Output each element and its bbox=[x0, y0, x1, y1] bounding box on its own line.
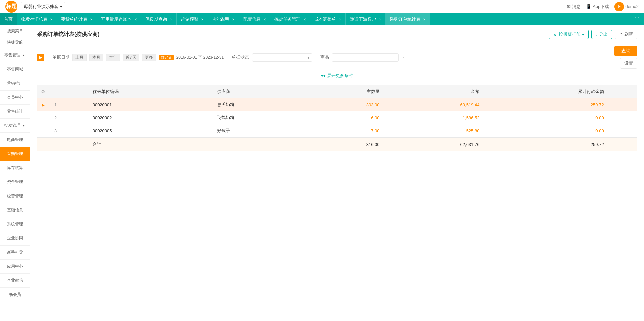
sidebar-label: 资金管理 bbox=[7, 179, 23, 184]
tab-label: 成本调整单 bbox=[314, 16, 336, 22]
close-icon[interactable]: ✕ bbox=[379, 18, 381, 21]
row-amount: 60,519.44 bbox=[384, 98, 484, 111]
tab-pick-task[interactable]: 拣货任务管理 ✕ bbox=[270, 13, 310, 25]
sidebar-item-finance[interactable]: 资金管理 bbox=[0, 175, 30, 189]
close-icon[interactable]: ✕ bbox=[201, 18, 204, 21]
tab-cost-adjust[interactable]: 成本调整单 ✕ bbox=[310, 13, 346, 25]
expand-more-button[interactable]: ▾▾ 展开更多条件 bbox=[321, 73, 353, 79]
close-icon[interactable]: ✕ bbox=[90, 18, 93, 21]
sidebar-item-inventory[interactable]: 库存核算 bbox=[0, 161, 30, 175]
sidebar-item-basic-info[interactable]: 基础信息 bbox=[0, 203, 30, 217]
tab-label: 邀请下游客户 bbox=[350, 16, 376, 22]
sidebar-item-new-guide[interactable]: 新手引导 bbox=[0, 246, 30, 260]
more-options-icon[interactable]: ··· bbox=[401, 55, 406, 60]
close-icon[interactable]: ✕ bbox=[423, 18, 426, 21]
nav-expand-icon[interactable]: ⛶ bbox=[633, 16, 641, 23]
export-button[interactable]: ↓ 导出 bbox=[591, 30, 612, 39]
expand-icon: ▾▾ bbox=[321, 73, 326, 78]
username-label: demo2 bbox=[625, 4, 639, 9]
date-btn-last-month[interactable]: 上月 bbox=[72, 54, 87, 61]
toggle-filter-button[interactable]: ▶ bbox=[37, 54, 44, 61]
tab-overstock-alert[interactable]: 超储预警 ✕ bbox=[177, 13, 208, 25]
sidebar-label: 营销推广 bbox=[7, 81, 23, 86]
sidebar-item-retail-stats[interactable]: 零售统计 bbox=[0, 105, 30, 119]
setting-button[interactable]: 设置 bbox=[620, 58, 637, 69]
date-btn-7days[interactable]: 近7天 bbox=[123, 54, 139, 61]
close-icon[interactable]: ✕ bbox=[263, 18, 266, 21]
tab-invite-downstream[interactable]: 邀请下游客户 ✕ bbox=[346, 13, 386, 25]
tab-inventory-book[interactable]: 可用量库存账本 ✕ bbox=[97, 13, 141, 25]
content-area: 采购订单统计表(按供应商) 🖨 按模板打印 ▾ ↓ 导出 ↺ 刷新 bbox=[30, 25, 644, 321]
sidebar-item-members[interactable]: 会员中心 bbox=[0, 91, 30, 105]
message-label: 消息 bbox=[572, 4, 581, 10]
close-icon[interactable]: ✕ bbox=[50, 18, 53, 21]
goods-filter-input[interactable] bbox=[332, 53, 399, 62]
sidebar: 搜索菜单 快捷导航 零售管理 ▲ 零售商城 营销推广 会员中心 零售统计 批发管… bbox=[0, 25, 30, 321]
tab-config-info[interactable]: 配置信息 ✕ bbox=[239, 13, 270, 25]
sidebar-item-marketing[interactable]: 营销推广 bbox=[0, 76, 30, 91]
row-expand-icon[interactable]: ▶ bbox=[42, 103, 45, 107]
nav-minimize-icon[interactable]: — bbox=[623, 16, 631, 23]
user-action[interactable]: E demo2 bbox=[614, 2, 639, 11]
mobile-icon: 📱 bbox=[586, 4, 591, 9]
close-icon[interactable]: ✕ bbox=[339, 18, 341, 21]
chevron-icon: ▲ bbox=[22, 53, 25, 57]
app-download-action[interactable]: 📱 App下载 bbox=[586, 4, 609, 10]
sidebar-item-wholesale-mgmt[interactable]: 批发管理 ▼ bbox=[0, 119, 30, 133]
workspace-selector[interactable]: 母婴行业演示账套 ▾ bbox=[21, 2, 65, 11]
row-extra bbox=[608, 111, 637, 124]
export-label: 导出 bbox=[599, 32, 608, 37]
sidebar-item-enterprise-wechat[interactable]: 企业微信 bbox=[0, 274, 30, 288]
sidebar-item-ops-mgmt[interactable]: 经营管理 bbox=[0, 189, 30, 203]
row-main-qty: 7.00 bbox=[306, 124, 383, 138]
page-header: 采购订单统计表(按供应商) 🖨 按模板打印 ▾ ↓ 导出 ↺ 刷新 bbox=[30, 25, 644, 42]
message-action[interactable]: ✉ 消息 bbox=[567, 4, 581, 10]
tab-label: 超储预警 bbox=[181, 16, 198, 22]
sidebar-label: 库存核算 bbox=[7, 165, 23, 170]
close-icon[interactable]: ✕ bbox=[232, 18, 235, 21]
col-paid-amount: 累计付款金额 bbox=[483, 85, 608, 98]
tab-purchase-stats[interactable]: 采购订单统计表 ✕ bbox=[386, 13, 430, 25]
sidebar-item-quick-nav[interactable]: 快捷导航 bbox=[0, 37, 30, 48]
sidebar-item-search[interactable]: 搜索菜单 bbox=[0, 25, 30, 37]
sidebar-item-retail-store[interactable]: 零售商城 bbox=[0, 62, 30, 76]
close-icon[interactable]: ✕ bbox=[134, 18, 137, 21]
sidebar-item-ecommerce[interactable]: 电商管理 bbox=[0, 133, 30, 147]
sidebar-item-retail-mgmt[interactable]: 零售管理 ▲ bbox=[0, 48, 30, 62]
col-supplier-code: 往来单位编码 bbox=[89, 85, 213, 98]
status-filter-group: 单据状态 bbox=[232, 53, 312, 62]
sidebar-item-app-center[interactable]: 应用中心 bbox=[0, 260, 30, 274]
tab-expiry-query[interactable]: 保质期查询 ✕ bbox=[141, 13, 177, 25]
tab-order-stats[interactable]: 要货单统计表 ✕ bbox=[57, 13, 97, 25]
app-download-label: App下载 bbox=[593, 4, 609, 10]
query-button[interactable]: 查询 bbox=[614, 46, 637, 56]
close-icon[interactable]: ✕ bbox=[170, 18, 172, 21]
tab-receive-summary[interactable]: 收发存汇总表 ✕ bbox=[17, 13, 57, 25]
row-paid-amount: 0.00 bbox=[483, 124, 608, 138]
date-btn-more[interactable]: 更多 bbox=[142, 54, 156, 61]
message-icon: ✉ bbox=[567, 4, 571, 9]
sidebar-label: 零售商城 bbox=[7, 67, 23, 71]
col-seq bbox=[50, 85, 89, 98]
tab-home[interactable]: 首页 bbox=[0, 13, 17, 25]
refresh-button[interactable]: ↺ 刷新 bbox=[615, 30, 637, 39]
tab-label: 保质期查询 bbox=[145, 16, 167, 22]
custom-date-tag[interactable]: 自定义 bbox=[159, 55, 174, 60]
sidebar-item-purchase-mgmt[interactable]: 采购管理 bbox=[0, 147, 30, 161]
tab-func-desc[interactable]: 功能说明 ✕ bbox=[208, 13, 239, 25]
date-btn-this-year[interactable]: 本年 bbox=[106, 54, 120, 61]
sidebar-item-vip[interactable]: 畅会员 bbox=[0, 288, 30, 302]
sidebar-item-enterprise-collab[interactable]: 企业协同 bbox=[0, 231, 30, 246]
table-row: 2 00020002 飞鹤奶粉 6.00 1,586.52 0.00 bbox=[37, 111, 637, 124]
print-button[interactable]: 🖨 按模板打印 ▾ bbox=[549, 30, 589, 39]
close-icon[interactable]: ✕ bbox=[303, 18, 306, 21]
row-amount: 1,586.52 bbox=[384, 111, 484, 124]
settings-icon[interactable]: ⚙ bbox=[41, 89, 45, 94]
date-btn-this-month[interactable]: 本月 bbox=[89, 54, 103, 61]
status-select[interactable] bbox=[252, 53, 312, 62]
chevron-down-icon: ▾ bbox=[582, 32, 584, 37]
footer-extra bbox=[608, 138, 637, 151]
export-icon: ↓ bbox=[596, 32, 598, 37]
row-supplier-name: 惠氏奶粉 bbox=[213, 98, 306, 111]
sidebar-item-sys-mgmt[interactable]: 系统管理 bbox=[0, 217, 30, 231]
